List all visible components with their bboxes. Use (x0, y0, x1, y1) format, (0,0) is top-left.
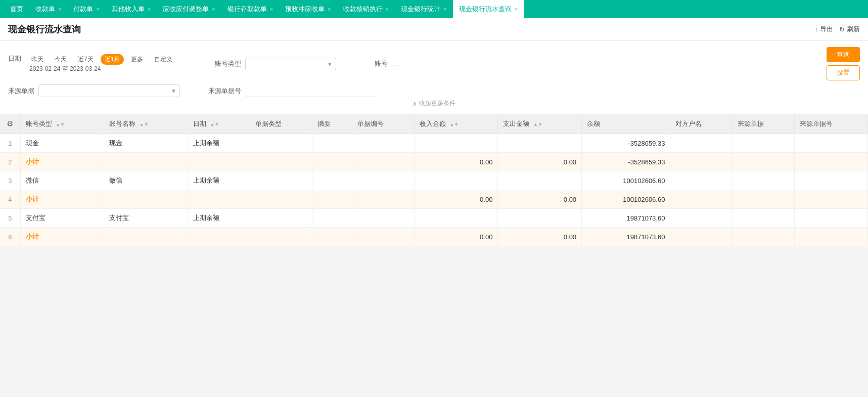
nav-bank-deposit-close[interactable]: × (270, 6, 273, 12)
sort-account-name[interactable]: ▲▼ (140, 122, 149, 127)
account-filter: 账号 ... (375, 59, 403, 68)
row-source-voucher-no (795, 153, 868, 171)
row-voucher-no (352, 190, 414, 209)
sort-date[interactable]: ▲▼ (210, 122, 219, 127)
row-source-voucher (733, 153, 795, 171)
nav-other-income-close[interactable]: × (148, 6, 151, 12)
col-source-voucher-no: 来源单据号 (795, 114, 868, 134)
nav-advance-offset-label: 预收冲应收单 (285, 5, 325, 14)
row-source-voucher (733, 171, 795, 190)
top-navigation: 首页 收款单 × 付款单 × 其他收入单 × 应收应付调整单 × 银行存取款单 … (0, 0, 868, 18)
account-label: 账号 (375, 59, 390, 68)
nav-adjustment[interactable]: 应收应付调整单 × (157, 0, 221, 18)
date-opt-custom[interactable]: 自定义 (150, 54, 176, 65)
settings-button[interactable]: 设置 (827, 65, 860, 80)
col-voucher-type[interactable]: 单据类型 (250, 114, 312, 134)
query-button[interactable]: 查询 (827, 47, 860, 62)
nav-payment-label: 付款单 (73, 5, 93, 14)
collapse-button[interactable]: ∧ 收起更多条件 (8, 97, 860, 108)
row-source-voucher-no (795, 209, 868, 228)
nav-cash-stats-close[interactable]: × (443, 6, 446, 12)
row-voucher-type (250, 209, 312, 228)
nav-advance-offset-close[interactable]: × (328, 6, 331, 12)
account-type-label: 账号类型 (215, 59, 241, 68)
nav-receipt-close[interactable]: × (58, 6, 61, 12)
nav-receipt[interactable]: 收款单 × (29, 0, 67, 18)
col-account-name[interactable]: 账号名称 ▲▼ (104, 114, 188, 134)
table-body: 1现金现金上期余额-3528659.332小计0.000.00-3528659.… (0, 134, 868, 246)
table-row: 6小计0.000.0019871073.60 (0, 228, 868, 246)
row-source-voucher-no (795, 228, 868, 246)
nav-payment-close[interactable]: × (96, 6, 99, 12)
nav-adjustment-close[interactable]: × (212, 6, 215, 12)
source-voucher-value (43, 87, 45, 95)
row-expense: 0.00 (498, 228, 582, 246)
source-voucher-no-input[interactable] (245, 85, 377, 97)
nav-cash-flow[interactable]: 现金银行流水查询 × (453, 0, 524, 18)
nav-bank-deposit[interactable]: 银行存取款单 × (221, 0, 279, 18)
row-account-type: 小计 (20, 228, 104, 246)
nav-cash-flow-label: 现金银行流水查询 (459, 5, 512, 14)
col-balance-label: 余额 (587, 120, 600, 127)
row-account-name: 现金 (104, 134, 188, 153)
nav-payment[interactable]: 付款单 × (67, 0, 105, 18)
date-filter-label: 日期 (8, 54, 23, 63)
date-opt-more[interactable]: 更多 (127, 54, 147, 65)
refresh-button[interactable]: ↻ 刷新 (839, 25, 860, 34)
col-balance: 余额 (582, 114, 670, 134)
date-opt-7days[interactable]: 近7天 (74, 54, 98, 65)
nav-cash-stats[interactable]: 现金银行统计 × (395, 0, 452, 18)
row-voucher-type (250, 190, 312, 209)
account-type-select[interactable]: ▾ (245, 58, 336, 70)
row-counterpart (670, 228, 733, 246)
row-income: 0.00 (414, 153, 498, 171)
nav-home[interactable]: 首页 (4, 0, 29, 18)
row-account-name (104, 153, 188, 171)
row-account-name: 支付宝 (104, 209, 188, 228)
date-opt-today[interactable]: 今天 (51, 54, 71, 65)
export-button[interactable]: ↑ 导出 (815, 25, 834, 34)
gear-icon[interactable]: ⚙ (7, 119, 13, 128)
sort-expense[interactable]: ▲▼ (533, 122, 542, 127)
nav-other-income[interactable]: 其他收入单 × (106, 0, 157, 18)
col-income[interactable]: 收入金额 ▲▼ (414, 114, 498, 134)
sort-income[interactable]: ▲▼ (449, 122, 459, 127)
source-voucher-select[interactable]: ▾ (38, 84, 180, 97)
row-source-voucher (733, 209, 795, 228)
row-number: 3 (0, 171, 20, 190)
col-account-type[interactable]: 账号类型 ▲▼ (20, 114, 104, 134)
nav-cash-flow-close[interactable]: × (515, 6, 518, 12)
row-balance: 19871073.60 (582, 228, 670, 246)
nav-advance-offset[interactable]: 预收冲应收单 × (279, 0, 337, 18)
row-counterpart (670, 153, 733, 171)
refresh-label: 刷新 (847, 25, 860, 34)
table-row: 5支付宝支付宝上期余额19871073.60 (0, 209, 868, 228)
row-source-voucher-no (795, 190, 868, 209)
date-opt-yesterday[interactable]: 昨天 (27, 54, 48, 65)
source-voucher-chevron: ▾ (172, 87, 175, 95)
nav-collection-exec[interactable]: 收款核销执行 × (337, 0, 395, 18)
row-date (188, 228, 250, 246)
row-income: 0.00 (414, 190, 498, 209)
row-balance: 19871073.60 (582, 209, 670, 228)
sort-account-type[interactable]: ▲▼ (56, 122, 65, 127)
row-voucher-no (352, 153, 414, 171)
table-row: 2小计0.000.00-3528659.33 (0, 153, 868, 171)
col-income-label: 收入金额 (420, 120, 446, 127)
table-row: 1现金现金上期余额-3528659.33 (0, 134, 868, 153)
col-expense[interactable]: 支出金额 ▲▼ (498, 114, 582, 134)
col-summary: 摘要 (312, 114, 352, 134)
date-opt-1month[interactable]: 近1月 (101, 54, 124, 65)
col-summary-label: 摘要 (317, 120, 331, 127)
col-date[interactable]: 日期 ▲▼ (188, 114, 250, 134)
row-balance: 100102606.60 (582, 190, 670, 209)
row-voucher-type (250, 171, 312, 190)
col-source-voucher: 来源单据 (733, 114, 795, 134)
export-label: 导出 (820, 25, 833, 34)
col-settings[interactable]: ⚙ (0, 114, 20, 134)
nav-collection-exec-close[interactable]: × (386, 6, 389, 12)
row-source-voucher (733, 134, 795, 153)
col-voucher-no-label: 单据编号 (357, 120, 384, 127)
account-type-filter: 账号类型 ▾ (215, 58, 336, 70)
source-voucher-no-filter: 来源单据号 (208, 85, 377, 97)
